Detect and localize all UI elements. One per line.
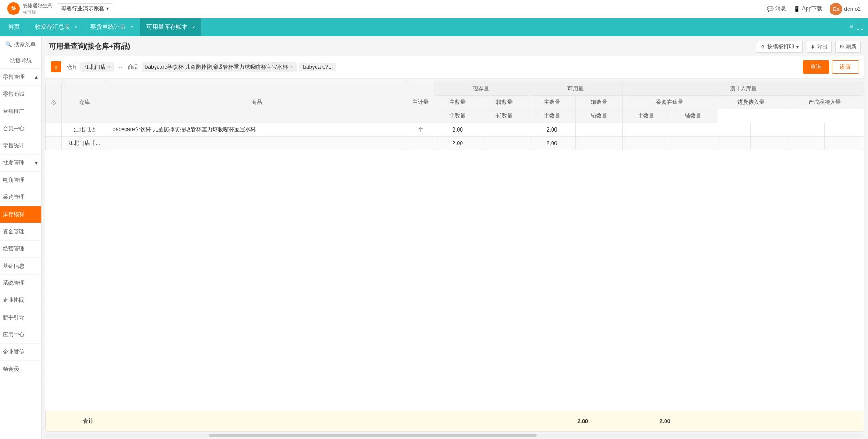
cell-purchase-aux bbox=[670, 123, 717, 137]
content-area: 可用量查询(按仓库+商品) 🖨 按模板打印 ▾ ⬇ 导出 ↻ 刷新 bbox=[42, 36, 868, 439]
sidebar-item-inventory-label: 库存核算 bbox=[3, 211, 24, 218]
table-row: 江北门店 babycare学饮杯 儿童防摔防撞吸管杯重力球吸嘴杯宝宝水杯 个 2… bbox=[46, 123, 864, 137]
sidebar-item-retail-stats[interactable]: 零售统计 bbox=[0, 137, 41, 155]
sidebar-item-operations[interactable]: 经营管理 bbox=[0, 241, 41, 258]
filter-buttons: 查询 设置 bbox=[803, 60, 859, 74]
th-gear[interactable]: ⚙ bbox=[46, 82, 62, 123]
nav-right: × ⛶ bbox=[849, 18, 868, 36]
scrollbar-thumb[interactable] bbox=[209, 434, 537, 437]
export-btn[interactable]: ⬇ 导出 bbox=[807, 41, 832, 53]
logo-area: 好 畅捷通好生意 标准版 bbox=[7, 2, 52, 15]
sidebar-item-marketing[interactable]: 营销推广 bbox=[0, 103, 41, 120]
logo-name: 畅捷通好生意 bbox=[23, 2, 52, 9]
refresh-btn[interactable]: ↻ 刷新 bbox=[835, 41, 861, 53]
cell-product-aux bbox=[825, 137, 864, 150]
template-print-btn[interactable]: 🖨 按模板打印 ▾ bbox=[756, 41, 803, 53]
sidebar-item-vip[interactable]: 畅会员 bbox=[0, 361, 41, 378]
tab-available-inventory[interactable]: 可用量库存账本 × bbox=[140, 18, 202, 36]
sidebar-item-finance-label: 资金管理 bbox=[3, 228, 24, 236]
app-download-label: App下载 bbox=[802, 5, 822, 13]
industry-select[interactable]: 母婴行业演示账套 ▾ bbox=[57, 3, 113, 14]
sidebar-item-basic-info[interactable]: 基础信息 bbox=[0, 258, 41, 275]
table-footer: 合计 2.00 2.00 bbox=[45, 411, 864, 432]
sidebar-item-retail-mgmt[interactable]: 零售管理 ▲ bbox=[0, 69, 41, 86]
top-bar-left: 好 畅捷通好生意 标准版 母婴行业演示账套 ▾ bbox=[7, 2, 113, 15]
sidebar-item-system[interactable]: 系统管理 bbox=[0, 275, 41, 292]
sidebar-item-app-center[interactable]: 应用中心 bbox=[0, 326, 41, 344]
table-row: 江北门店【... 2.00 2.00 bbox=[46, 137, 864, 150]
cell-delivery-aux bbox=[751, 137, 785, 150]
chevron-down-icon: ▾ bbox=[106, 5, 109, 12]
warehouse-filter: 仓库 江北门店 × ··· bbox=[67, 62, 123, 72]
close-all-tabs-btn[interactable]: × bbox=[849, 23, 854, 31]
filter-expand-btn[interactable]: » bbox=[51, 61, 61, 72]
sidebar-item-ecommerce[interactable]: 电商管理 bbox=[0, 172, 41, 189]
warehouse-tag-remove[interactable]: × bbox=[108, 64, 111, 70]
tab-inventory-summary[interactable]: 收发存汇总表 × bbox=[28, 18, 84, 36]
th-delivery-aux: 辅数量 bbox=[576, 109, 623, 123]
sidebar-item-system-label: 系统管理 bbox=[3, 279, 24, 287]
sidebar-item-vip-label: 畅会员 bbox=[3, 365, 19, 373]
product-filter-label: 商品 bbox=[128, 63, 139, 71]
sidebar-item-inventory[interactable]: 库存核算 bbox=[0, 206, 41, 223]
sidebar-item-enterprise-collab[interactable]: 企业协同 bbox=[0, 292, 41, 309]
sidebar-item-wholesale-mgmt[interactable]: 批发管理 ▼ bbox=[0, 155, 41, 172]
sidebar-item-enterprise-wechat[interactable]: 企业微信 bbox=[0, 344, 41, 361]
query-button[interactable]: 查询 bbox=[803, 60, 829, 74]
sidebar-item-new-guide[interactable]: 新手引导 bbox=[0, 309, 41, 326]
sidebar-quick-nav[interactable]: 快捷导航 bbox=[0, 53, 41, 69]
product-tag-1[interactable]: babycare学饮杯 儿童防摔防撞吸管杯重力球吸嘴杯宝宝水杯 × bbox=[142, 62, 297, 72]
tab-home[interactable]: 首页 bbox=[0, 18, 28, 36]
cell-product: babycare学饮杯 儿童防摔防撞吸管杯重力球吸嘴杯宝宝水杯 bbox=[107, 123, 407, 137]
th-product-main: 主数量 bbox=[623, 109, 670, 123]
th-group-current: 现存量 bbox=[434, 82, 528, 96]
app-download-btn[interactable]: 📱 App下载 bbox=[793, 5, 822, 13]
horizontal-scrollbar[interactable] bbox=[45, 434, 864, 437]
print-icon: 🖨 bbox=[760, 44, 765, 50]
fullscreen-btn[interactable]: ⛶ bbox=[856, 23, 863, 31]
message-icon: 💬 bbox=[767, 6, 774, 12]
footer-label: 合计 bbox=[66, 415, 111, 428]
warehouse-tag[interactable]: 江北门店 × bbox=[80, 62, 114, 72]
tab-available-inventory-close[interactable]: × bbox=[192, 24, 195, 30]
gear-icon[interactable]: ⚙ bbox=[51, 99, 57, 106]
cell-delivery-main bbox=[717, 123, 751, 137]
warehouse-filter-more[interactable]: ··· bbox=[117, 63, 123, 71]
settings-button[interactable]: 设置 bbox=[832, 60, 859, 74]
cell-product-aux bbox=[825, 123, 864, 137]
product-filter: 商品 babycare学饮杯 儿童防摔防撞吸管杯重力球吸嘴杯宝宝水杯 × bab… bbox=[128, 62, 337, 72]
tab-inventory-summary-close[interactable]: × bbox=[75, 24, 77, 30]
th-group-available: 可用量 bbox=[528, 82, 623, 96]
th-warehouse: 仓库 bbox=[62, 82, 107, 123]
cell-gear bbox=[46, 137, 62, 150]
cell-gear bbox=[46, 123, 62, 137]
export-icon: ⬇ bbox=[811, 44, 815, 50]
tab-home-label: 首页 bbox=[8, 23, 20, 31]
sidebar-search-label: 搜索菜单 bbox=[14, 41, 36, 47]
sidebar-item-purchase[interactable]: 采购管理 bbox=[0, 189, 41, 206]
export-label: 导出 bbox=[817, 43, 828, 51]
product-tag-1-remove[interactable]: × bbox=[290, 64, 293, 70]
sidebar-item-retail-mall[interactable]: 零售商城 bbox=[0, 86, 41, 103]
expand-icon: » bbox=[54, 64, 57, 71]
tab-order-stats-close[interactable]: × bbox=[130, 24, 133, 30]
tab-order-stats-label: 要货单统计表 bbox=[90, 23, 126, 31]
logo-text-block: 畅捷通好生意 标准版 bbox=[23, 2, 52, 15]
cell-unit bbox=[407, 137, 434, 150]
tab-order-stats[interactable]: 要货单统计表 × bbox=[84, 18, 140, 36]
sidebar: 🔍 搜索菜单 快捷导航 零售管理 ▲ 零售商城 营销推广 会员中心 零售统计 bbox=[0, 36, 42, 439]
product-tag-2[interactable]: babycare?... bbox=[299, 63, 336, 71]
warehouse-filter-label: 仓库 bbox=[67, 63, 78, 71]
cell-warehouse: 江北门店【... bbox=[62, 137, 107, 150]
sidebar-item-purchase-label: 采购管理 bbox=[3, 194, 24, 201]
sidebar-item-member-center[interactable]: 会员中心 bbox=[0, 120, 41, 137]
sidebar-search[interactable]: 🔍 搜索菜单 bbox=[0, 36, 41, 53]
th-product-pending: 产成品待入量 bbox=[785, 96, 864, 109]
top-bar: 好 畅捷通好生意 标准版 母婴行业演示账套 ▾ 💬 消息 📱 App下载 Ea … bbox=[0, 0, 868, 18]
user-area[interactable]: Ea demo2 bbox=[830, 3, 861, 15]
sidebar-item-enterprise-wechat-label: 企业微信 bbox=[3, 348, 24, 356]
sidebar-item-finance[interactable]: 资金管理 bbox=[0, 223, 41, 241]
th-current-aux: 辅数量 bbox=[481, 96, 528, 109]
message-btn[interactable]: 💬 消息 bbox=[767, 5, 786, 13]
th-purchase-main: 主数量 bbox=[434, 109, 481, 123]
